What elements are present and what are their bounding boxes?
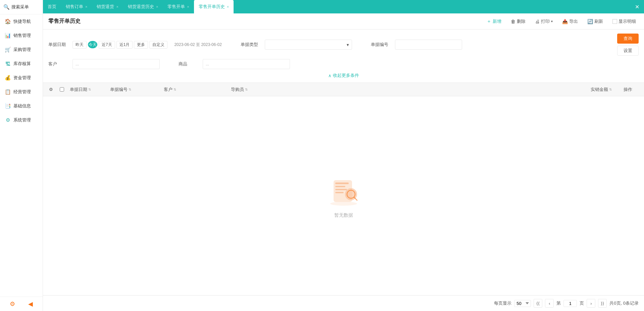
table-header: ⚙ 单据日期 ⇅ 单据编号 ⇅ 客户 ⇅ 导购员 ⇅ 实销金额 (43, 83, 644, 96)
th-salesman[interactable]: 导购员 ⇅ (228, 87, 268, 93)
tab-sales-return-history-close[interactable]: × (156, 5, 158, 9)
display-detail-button[interactable]: 显示明细 (610, 17, 639, 26)
th-billno[interactable]: 单据编号 ⇅ (107, 87, 161, 93)
table-settings-icon[interactable]: ⚙ (46, 87, 56, 92)
date-btn-today[interactable]: 今天 (88, 41, 97, 48)
query-button[interactable]: 查询 (617, 34, 639, 44)
bill-no-input[interactable] (395, 40, 462, 50)
th-date[interactable]: 单据日期 ⇅ (67, 87, 107, 93)
per-page-label: 每页显示 (494, 300, 511, 306)
th-amount-label: 实销金额 (591, 87, 608, 93)
delete-icon: 🗑 (511, 19, 515, 24)
settings-bottom-icon[interactable]: ⚙ (10, 300, 15, 308)
delete-button[interactable]: 🗑 删除 (508, 17, 528, 26)
date-btn-more[interactable]: 更多 (134, 41, 148, 49)
print-button[interactable]: 🖨 打印 ▾ (532, 17, 555, 26)
empty-illustration (324, 173, 364, 207)
refresh-button[interactable]: 🔄 刷新 (585, 17, 606, 26)
tab-sales-return-close[interactable]: × (116, 5, 118, 9)
tab-sales-return[interactable]: 销货退货 × (92, 0, 123, 13)
search-menu-item[interactable]: 🔍 搜索采单 (0, 0, 43, 14)
tab-retail-open-history-close[interactable]: × (227, 5, 229, 9)
sales-icon: 📊 (5, 33, 11, 39)
search-menu-label: 搜索采单 (11, 4, 29, 10)
tab-sales-order[interactable]: 销售订单 × (61, 0, 92, 13)
finance-icon: 💰 (5, 75, 11, 81)
export-button[interactable]: 📤 导出 (559, 17, 581, 26)
th-date-sort-icon: ⇅ (88, 88, 91, 91)
th-customer-label: 客户 (164, 87, 172, 93)
search-icon: 🔍 (3, 4, 9, 10)
sidebar-label-inventory: 库存核算 (13, 61, 31, 67)
date-btn-7days[interactable]: 近7天 (99, 41, 115, 49)
th-action-label: 操作 (624, 87, 632, 93)
svg-rect-3 (335, 186, 345, 187)
page-number-input[interactable] (563, 300, 577, 307)
collapse-sidebar-icon[interactable]: ◀ (28, 300, 33, 308)
th-customer[interactable]: 客户 ⇅ (161, 87, 228, 93)
bill-type-label: 单据类型 (241, 42, 259, 48)
sidebar-label-basic-info: 基础信息 (13, 103, 31, 109)
tab-sales-return-label: 销货退货 (97, 4, 114, 10)
bill-no-label: 单据编号 (371, 42, 390, 48)
sidebar-label-operation: 经营管理 (13, 89, 31, 95)
th-amount[interactable]: 实销金额 ⇅ (574, 87, 614, 93)
sidebar-item-sales-mgmt[interactable]: 📊 销售管理 (0, 29, 43, 43)
pagination: 每页显示 50 20 100 ⟨⟨ ‹ 第 页 › ⟩⟩ 共0页, 0条记录 (43, 295, 644, 311)
bill-type-select[interactable]: ▾ (265, 40, 352, 50)
per-page-select[interactable]: 50 20 100 (514, 300, 531, 307)
add-icon: ＋ (487, 18, 491, 24)
sidebar-label-quick-nav: 快捷导航 (13, 18, 31, 24)
first-page-button[interactable]: ⟨⟨ (534, 299, 542, 308)
collapse-filter-button[interactable]: ∧ 收起更多条件 (48, 72, 639, 79)
date-btn-custom[interactable]: 自定义 (149, 41, 167, 49)
tab-retail-open-close[interactable]: × (187, 5, 189, 9)
export-icon: 📤 (562, 19, 568, 24)
goods-select[interactable]: ... (203, 59, 290, 69)
sidebar-item-quick-nav[interactable]: 🏠 快捷导航 (0, 14, 43, 29)
page-label: 第 (556, 300, 561, 306)
select-all-checkbox[interactable] (60, 87, 64, 92)
toolbar-actions: ＋ 新增 🗑 删除 🖨 打印 ▾ 📤 导出 🔄 刷新 显示 (484, 17, 639, 26)
table-select-all[interactable] (56, 87, 67, 92)
system-icon: ⚙ (5, 117, 11, 123)
tab-retail-open-history[interactable]: 零售开单历史 × (194, 0, 234, 13)
th-amount-sort-icon: ⇅ (609, 88, 612, 91)
tab-home[interactable]: 首页 (43, 0, 61, 13)
inventory-icon: 🏗 (5, 61, 11, 67)
filter-row-2: 客户 ... 商品 ... (48, 59, 639, 69)
sidebar-item-finance[interactable]: 💰 资金管理 (0, 71, 43, 85)
add-button[interactable]: ＋ 新增 (484, 17, 504, 26)
prev-page-button[interactable]: ‹ (545, 299, 554, 308)
sidebar: 🔍 搜索采单 🏠 快捷导航 📊 销售管理 🛒 采购管理 🏗 库存核算 💰 资金管… (0, 0, 43, 311)
empty-text: 暂无数据 (334, 212, 353, 218)
print-chevron-icon: ▾ (551, 19, 553, 23)
tab-sales-order-label: 销售订单 (66, 4, 83, 10)
sidebar-item-system[interactable]: ⚙ 系统管理 (0, 113, 43, 127)
display-checkbox (612, 19, 617, 24)
tab-sales-return-history[interactable]: 销货退货历史 × (123, 0, 163, 13)
sidebar-label-sales-mgmt: 销售管理 (13, 33, 31, 39)
date-btn-1month[interactable]: 近1月 (116, 41, 133, 49)
window-close-icon[interactable]: ✕ (635, 4, 639, 10)
sidebar-item-basic-info[interactable]: 📑 基础信息 (0, 99, 43, 113)
sidebar-item-operation[interactable]: 📋 经营管理 (0, 85, 43, 99)
sidebar-item-inventory[interactable]: 🏗 库存核算 (0, 57, 43, 71)
tab-home-label: 首页 (48, 4, 56, 10)
home-icon: 🏠 (5, 18, 11, 24)
customer-select[interactable]: ... (72, 59, 160, 69)
last-page-button[interactable]: ⟩⟩ (598, 299, 607, 308)
svg-point-0 (330, 202, 357, 206)
sidebar-item-purchase-mgmt[interactable]: 🛒 采购管理 (0, 43, 43, 57)
tab-retail-open[interactable]: 零售开单 × (163, 0, 194, 13)
date-btn-yesterday[interactable]: 昨天 (72, 41, 87, 49)
delete-label: 删除 (517, 18, 526, 24)
next-page-button[interactable]: › (587, 299, 595, 308)
collapse-up-icon: ∧ (328, 73, 332, 78)
filter-settings-button[interactable]: 设置 (617, 46, 639, 56)
add-label: 新增 (493, 18, 501, 24)
bill-type-chevron-icon: ▾ (347, 42, 349, 47)
tab-sales-order-close[interactable]: × (85, 5, 87, 9)
sidebar-label-finance: 资金管理 (13, 75, 31, 81)
operation-icon: 📋 (5, 89, 11, 95)
